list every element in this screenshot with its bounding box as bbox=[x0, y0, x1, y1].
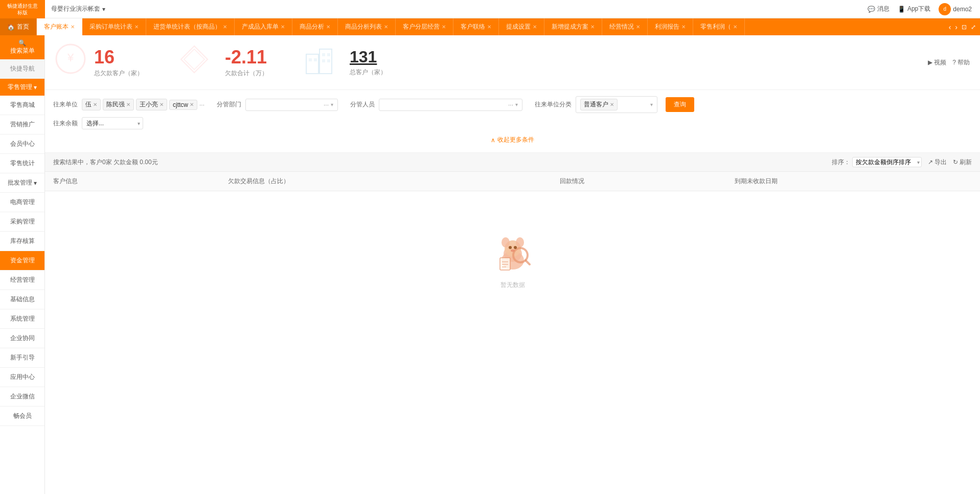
tab-customer-tier[interactable]: 客户分层经营 ✕ bbox=[396, 18, 453, 35]
video-help-btn[interactable]: ▶ 视频 bbox=[928, 58, 946, 67]
balance-select[interactable]: 选择... bbox=[82, 117, 143, 129]
account-selector[interactable]: 母婴行业演示帐套 ▾ bbox=[45, 5, 111, 13]
tag-close-icon[interactable]: ✕ bbox=[610, 102, 614, 107]
sidebar-item-member-center[interactable]: 会员中心 bbox=[0, 134, 44, 154]
tab-next-icon[interactable]: › bbox=[953, 23, 960, 31]
unit-class-tags: 普通客户 ✕ bbox=[580, 99, 650, 110]
tab-close-icon[interactable]: ✕ bbox=[590, 24, 595, 30]
balance-filter-label: 往来余额 bbox=[53, 119, 78, 128]
tab-close-icon[interactable]: ✕ bbox=[134, 24, 139, 30]
query-button[interactable]: 查询 bbox=[666, 97, 694, 112]
unit-tag-4: cjttcw ✕ bbox=[169, 100, 197, 110]
tab-customer-account[interactable]: 客户账本 ✕ bbox=[37, 18, 82, 35]
sidebar-item-retail-stats[interactable]: 零售统计 bbox=[0, 154, 44, 173]
sidebar-item-marketing[interactable]: 营销推广 bbox=[0, 115, 44, 134]
tab-business-overview[interactable]: 经营情况 ✕ bbox=[602, 18, 648, 35]
person-input[interactable] bbox=[383, 101, 506, 108]
search-icon: 🔍 bbox=[18, 39, 26, 47]
refresh-btn[interactable]: ↻ 刷新 bbox=[953, 157, 972, 167]
sidebar-item-retail-mgmt[interactable]: 零售管理 ▾ bbox=[0, 79, 44, 96]
sidebar-item-purchasing[interactable]: 采购管理 bbox=[0, 212, 44, 232]
sidebar-item-retail-shop[interactable]: 零售商城 bbox=[0, 96, 44, 115]
tab-close-icon[interactable]: ✕ bbox=[487, 24, 491, 30]
sidebar-item-finance[interactable]: 资金管理 bbox=[0, 251, 44, 271]
account-name: 母婴行业演示帐套 bbox=[51, 5, 100, 13]
tab-product-inbound[interactable]: 产成品入库单 ✕ bbox=[235, 18, 292, 35]
balance-select-wrap[interactable]: 选择... bbox=[82, 117, 143, 129]
export-btn[interactable]: ↗ 导出 bbox=[928, 157, 947, 167]
sidebar-item-quick-nav[interactable]: 快捷导航 bbox=[0, 59, 44, 79]
tab-close-icon[interactable]: ✕ bbox=[384, 24, 388, 30]
sidebar-item-app-center[interactable]: 应用中心 bbox=[0, 368, 44, 387]
tab-close-icon[interactable]: ✕ bbox=[733, 24, 737, 30]
stat3-value: 131 bbox=[350, 48, 377, 66]
sidebar-item-operations[interactable]: 经营管理 bbox=[0, 271, 44, 290]
collapse-filters-btn[interactable]: ∧ 收起更多条件 bbox=[53, 133, 972, 146]
person-select-wrap[interactable]: ··· ▾ bbox=[379, 99, 522, 111]
tab-close-icon[interactable]: ✕ bbox=[281, 24, 285, 30]
stat2-label: 欠款合计（万） bbox=[225, 69, 268, 78]
tab-fullscreen-icon[interactable]: ⤢ bbox=[969, 24, 978, 31]
sidebar-item-system[interactable]: 系统管理 bbox=[0, 309, 44, 329]
tab-profit-report[interactable]: 利润报告 ✕ bbox=[648, 18, 693, 35]
tab-commission-settings[interactable]: 提成设置 ✕ bbox=[499, 18, 544, 35]
video-icon: ▶ bbox=[928, 59, 932, 66]
tab-product-analysis[interactable]: 商品分析 ✕ bbox=[292, 18, 338, 35]
tab-customer-contact[interactable]: 客户联络 ✕ bbox=[453, 18, 499, 35]
sidebar-item-wholesale[interactable]: 批发管理 ▾ bbox=[0, 173, 44, 193]
sidebar-item-chang-member[interactable]: 畅会员 bbox=[0, 407, 44, 426]
sidebar-item-enterprise-collab[interactable]: 企业协同 bbox=[0, 329, 44, 348]
svg-rect-8 bbox=[322, 53, 325, 56]
stat3-icon bbox=[304, 44, 334, 81]
tab-prev-icon[interactable]: ‹ bbox=[947, 23, 953, 31]
tag-close-icon[interactable]: ✕ bbox=[93, 102, 97, 107]
messages-button[interactable]: 💬 消息 bbox=[868, 5, 890, 13]
tab-close-icon[interactable]: ✕ bbox=[326, 24, 330, 30]
tab-inventory-stats[interactable]: 进货单统计表（按商品） ✕ bbox=[146, 18, 235, 35]
sidebar-item-enterprise-wechat[interactable]: 企业微信 bbox=[0, 387, 44, 407]
filter-more-tags[interactable]: ··· bbox=[199, 101, 204, 108]
tab-close-icon[interactable]: ✕ bbox=[636, 24, 640, 30]
col-debt-info: 欠款交易信息（占比） bbox=[220, 172, 552, 191]
tab-product-analysis-list[interactable]: 商品分析列表 ✕ bbox=[338, 18, 396, 35]
home-icon: 🏠 bbox=[7, 24, 15, 31]
tag-close-icon[interactable]: ✕ bbox=[190, 102, 194, 107]
chevron-icon: ▾ bbox=[34, 84, 37, 91]
sort-select[interactable]: 按欠款金额倒序排序 bbox=[852, 157, 922, 167]
tab-home[interactable]: 🏠 首页 bbox=[0, 18, 37, 35]
tab-close-icon[interactable]: ✕ bbox=[533, 24, 537, 30]
dept-chevron-icon: ▾ bbox=[331, 102, 333, 107]
content-area: ¥ 16 总欠款客户（家） -2.11 欠款合计（万） 131 总客户（家） bbox=[45, 35, 980, 494]
user-menu[interactable]: d demo2 bbox=[939, 3, 972, 15]
sort-select-wrap[interactable]: 按欠款金额倒序排序 bbox=[852, 157, 922, 167]
sidebar-item-new-guide[interactable]: 新手引导 bbox=[0, 348, 44, 368]
sort-label: 排序： bbox=[832, 158, 850, 167]
nav-tabs-container: 🏠 首页 客户账本 ✕ 采购订单统计表 ✕ 进货单统计表（按商品） ✕ 产成品入… bbox=[0, 18, 945, 35]
stats-bar: ¥ 16 总欠款客户（家） -2.11 欠款合计（万） 131 总客户（家） bbox=[45, 35, 980, 90]
sidebar-search-btn[interactable]: 🔍 搜索菜单 bbox=[0, 35, 44, 59]
tab-purchase-order-stats[interactable]: 采购订单统计表 ✕ bbox=[82, 18, 146, 35]
sidebar-item-inventory[interactable]: 库存核算 bbox=[0, 232, 44, 251]
refresh-icon: ↻ bbox=[953, 159, 958, 166]
app-download-button[interactable]: 📱 App下载 bbox=[898, 5, 930, 13]
empty-state: 暂无数据 bbox=[45, 191, 980, 330]
tag-close-icon[interactable]: ✕ bbox=[126, 102, 130, 107]
help-icon: ? bbox=[952, 59, 956, 66]
dept-select-wrap[interactable]: ··· ▾ bbox=[245, 99, 338, 111]
tab-retail-profit[interactable]: 零售利润（ ✕ bbox=[693, 18, 745, 35]
tab-expand-icon[interactable]: ⊡ bbox=[960, 24, 969, 31]
tab-new-commission[interactable]: 新增提成方案 ✕ bbox=[544, 18, 602, 35]
sidebar-item-ecommerce[interactable]: 电商管理 bbox=[0, 193, 44, 212]
tab-close-icon[interactable]: ✕ bbox=[223, 24, 227, 30]
export-icon: ↗ bbox=[928, 159, 933, 166]
dept-more-icon[interactable]: ··· bbox=[322, 101, 331, 108]
tab-close-icon[interactable]: ✕ bbox=[442, 24, 446, 30]
tab-close-icon[interactable]: ✕ bbox=[71, 24, 75, 30]
person-more-icon[interactable]: ··· bbox=[506, 101, 515, 108]
tag-close-icon[interactable]: ✕ bbox=[159, 102, 164, 107]
dept-input[interactable] bbox=[250, 101, 322, 108]
help-btn[interactable]: ? 帮助 bbox=[952, 58, 970, 67]
unit-class-wrap[interactable]: 普通客户 ✕ ▾ bbox=[576, 96, 657, 113]
tab-close-icon[interactable]: ✕ bbox=[681, 24, 686, 30]
sidebar-item-basic-info[interactable]: 基础信息 bbox=[0, 290, 44, 309]
